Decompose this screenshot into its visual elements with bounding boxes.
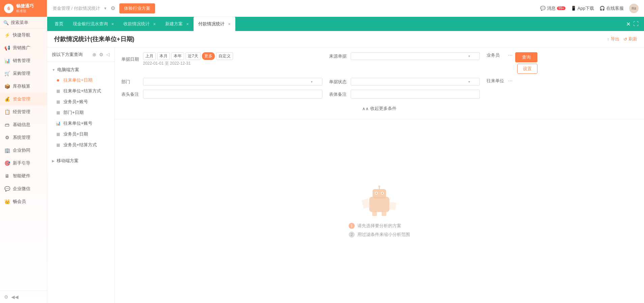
date-btn-last-month[interactable]: 上月 [143, 52, 156, 60]
sales-icon: 📊 [4, 58, 10, 64]
tab-payment[interactable]: 付款情况统计 ✕ [194, 17, 235, 31]
receipt-status-select[interactable]: ▾ [351, 78, 480, 86]
plan-grid-icon4: ▦ [55, 131, 61, 137]
trial-btn[interactable]: 体验行业方案 [119, 3, 155, 13]
plan-item-staff-settlement[interactable]: ▦ 业务员+结算方式 [47, 140, 114, 150]
app-download-action[interactable]: 📱 App下载 [571, 5, 594, 11]
dept-select[interactable]: ▾ [143, 78, 322, 86]
sidebar-item-operation[interactable]: 📋 经营管理 [0, 105, 47, 118]
settings-footer-icon[interactable]: ⚙ [4, 294, 8, 300]
plan-item-label: 往来单位+结算方式 [63, 88, 101, 94]
header-dropdown-icon[interactable]: ▾ [104, 6, 107, 11]
sidebar-item-inventory[interactable]: 📦 库存核算 [0, 80, 47, 93]
messages-action[interactable]: 💬 消息 99+ [540, 5, 565, 11]
header-right: 💬 消息 99+ 📱 App下载 🎧 在线客服 Rit [540, 4, 639, 13]
collapse-more-btn[interactable]: ∧∧ 收起更多条件 [121, 103, 637, 114]
date-btn-this-year[interactable]: 本年 [171, 52, 184, 60]
source-select[interactable]: ▾ [351, 52, 480, 60]
svg-rect-9 [382, 211, 386, 216]
plan-item-unit-settlement[interactable]: ▦ 往来单位+结算方式 [47, 86, 114, 96]
inventory-icon: 📦 [4, 83, 10, 89]
plan-item-staff-account[interactable]: ▦ 业务员+账号 [47, 96, 114, 107]
sidebar-item-guide[interactable]: 🎯 新手引导 [0, 157, 47, 170]
mobile-section: ▶ 移动端方案 [47, 153, 114, 169]
page-content: 付款情况统计(往来单位+日期) ↑ 导出 ↺ 刷新 按以下方案查询 ⊕ [47, 31, 644, 303]
search-menu[interactable]: 🔍 搜索菜单 [0, 17, 47, 29]
left-panel-action-btns: ⊕ ⚙ ◁ [92, 52, 110, 57]
pc-section-title[interactable]: ▼ 电脑端方案 [47, 65, 114, 75]
messages-label: 消息 [547, 5, 556, 11]
date-btn-7days[interactable]: 近7天 [185, 52, 201, 60]
svg-point-4 [376, 192, 377, 194]
sidebar-item-system[interactable]: ⚙ 系统管理 [0, 131, 47, 144]
plan-item-staff-date[interactable]: ▦ 业务员+日期 [47, 129, 114, 140]
marketing-icon: 📢 [4, 45, 10, 51]
main-area: 资金管理 / 付款情况统计 ▾ ⚙ 体验行业方案 💬 消息 99+ 📱 App下… [47, 0, 644, 303]
plan-item-dept-date[interactable]: ▦ 部门+日期 [47, 107, 114, 118]
user-avatar[interactable]: Rit [629, 4, 639, 13]
sidebar-item-sales[interactable]: 📊 销售管理 [0, 54, 47, 67]
tab-bank-flow[interactable]: 现金银行流水查询 ✕ [68, 17, 119, 31]
tab-new-plan-close[interactable]: ✕ [186, 22, 189, 26]
sidebar-item-marketing[interactable]: 📢 营销推广 [0, 41, 47, 54]
date-btn-custom[interactable]: 自定义 [216, 52, 233, 60]
tip-num-1: 1 [349, 223, 355, 229]
header-note-input[interactable] [143, 90, 322, 99]
sidebar-item-member[interactable]: 👑 畅会员 [0, 195, 47, 208]
filter-area: 单据日期 上月 本月 本年 近7天 更多 自定义 20 [115, 48, 644, 119]
add-plan-icon[interactable]: ⊕ [92, 52, 96, 57]
sidebar-item-label: 销售管理 [13, 58, 30, 64]
date-label: 单据日期 [121, 56, 140, 62]
plan-item-label: 部门+日期 [63, 110, 84, 116]
filter-dept: 部门 ▾ [121, 78, 322, 86]
empty-tips: 1 请先选择要分析的方案 2 用过滤条件来缩小分析范围 [349, 223, 410, 238]
collapse-sidebar-icon[interactable]: ◀◀ [11, 294, 19, 300]
sidebar-item-basic[interactable]: 🗃 基础信息 [0, 118, 47, 131]
pc-section-label: 电脑端方案 [57, 67, 79, 73]
sidebar-item-purchase[interactable]: 🛒 采购管理 [0, 67, 47, 80]
online-service-action[interactable]: 🎧 在线客服 [599, 5, 624, 11]
counterpart-select-dots[interactable]: ··· [508, 78, 513, 84]
tab-home[interactable]: 首页 [50, 17, 68, 31]
dept-label: 部门 [121, 79, 140, 85]
filter-receipt-status: 单据状态 ▾ [329, 78, 480, 86]
export-label: 导出 [611, 36, 619, 42]
sidebar-item-hardware[interactable]: 🖥 智能硬件 [0, 170, 47, 182]
plan-item-unit-account[interactable]: 📊 往来单位+账号 [47, 118, 114, 129]
tab-bank-flow-label: 现金银行流水查询 [73, 21, 108, 27]
plan-item-unit-date[interactable]: ● 往来单位+日期 [47, 75, 114, 86]
tab-payment-close[interactable]: ✕ [228, 22, 231, 26]
sidebar-item-quick-nav[interactable]: ⚡ 快捷导航 [0, 29, 47, 41]
plan-item-label: 往来单位+日期 [63, 77, 92, 83]
body-note-input[interactable] [351, 90, 480, 99]
close-all-tabs-icon[interactable]: ✕ [626, 21, 631, 27]
empty-illustration [359, 185, 400, 219]
filter-counterpart: 往来单位 ··· [487, 78, 637, 84]
sidebar-item-wechat[interactable]: 💬 企业微信 [0, 182, 47, 195]
date-btn-more[interactable]: 更多 [202, 52, 215, 60]
collapse-panel-icon[interactable]: ◁ [106, 52, 110, 57]
tab-collection[interactable]: 收款情况统计 ✕ [119, 17, 160, 31]
query-btn[interactable]: 查询 [515, 52, 537, 62]
date-btn-this-month[interactable]: 本月 [157, 52, 170, 60]
tip-text-2: 用过滤条件来缩小分析范围 [357, 232, 410, 238]
tab-collection-close[interactable]: ✕ [153, 22, 156, 26]
refresh-label: 刷新 [628, 36, 637, 42]
tab-bank-flow-close[interactable]: ✕ [111, 22, 114, 26]
tip-text-1: 请先选择要分析的方案 [357, 223, 401, 229]
export-action[interactable]: ↑ 导出 [607, 36, 620, 42]
header-settings-icon[interactable]: ⚙ [111, 5, 115, 11]
staff-select-dots[interactable]: ··· [508, 52, 513, 58]
mobile-section-title[interactable]: ▶ 移动端方案 [47, 156, 114, 166]
collapse-label: 收起更多条件 [370, 105, 397, 112]
refresh-action[interactable]: ↺ 刷新 [623, 36, 637, 42]
sidebar-item-enterprise[interactable]: 🏢 企业协同 [0, 144, 47, 157]
tab-new-plan[interactable]: 新建方案 ✕ [160, 17, 194, 31]
content-area: 按以下方案查询 ⊕ ⚙ ◁ ▼ 电脑端方案 ● 往来单位+日期 [47, 48, 644, 303]
expand-tab-icon[interactable]: ⛶ [633, 21, 639, 27]
wechat-icon: 💬 [4, 186, 10, 192]
manage-plan-icon[interactable]: ⚙ [99, 52, 104, 57]
sidebar-item-finance[interactable]: 💰 资金管理 [0, 93, 47, 105]
app-logo-icon: 6 [4, 4, 13, 13]
settings-btn[interactable]: 设置 [517, 64, 537, 74]
